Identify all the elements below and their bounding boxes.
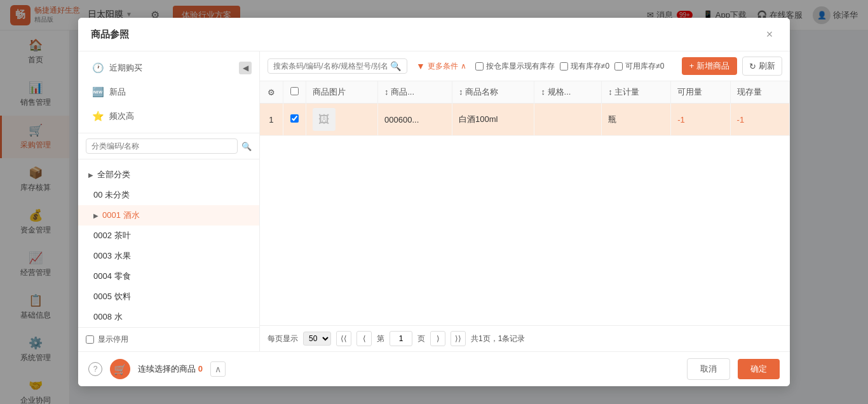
page-number-input[interactable]: [390, 331, 412, 346]
cat-tea[interactable]: 0002 茶叶: [78, 226, 259, 246]
cat-water[interactable]: 0008 水: [78, 307, 259, 327]
col-image: 商品图片: [306, 81, 378, 104]
category-search-icon[interactable]: 🔍: [241, 142, 252, 151]
col-stock: 现存量: [730, 81, 789, 104]
table-body: 1 🖼 000600... 白酒100ml: [260, 104, 790, 136]
footer-collapse-btn[interactable]: ∧: [210, 361, 226, 377]
cancel-btn[interactable]: 取消: [687, 358, 730, 380]
modal-header: 商品参照 ×: [78, 18, 790, 51]
sort-icon-name: ↕: [459, 87, 463, 97]
per-page-select[interactable]: 50: [303, 332, 331, 346]
col-available: 可用量: [671, 81, 730, 104]
quick-filters: 🕐 近期购买 ◀ 🆕 新品 ⭐ 频次高: [78, 51, 259, 133]
category-search-bar: 🔍: [78, 133, 259, 159]
col-code[interactable]: ↕ 商品...: [378, 81, 452, 104]
add-product-btn[interactable]: + 新增商品: [682, 57, 737, 75]
warehouse-stock-checkbox[interactable]: [475, 62, 484, 71]
row-stock: -1: [730, 104, 789, 136]
show-disabled-area: 显示停用: [78, 327, 259, 351]
row-unit: 瓶: [602, 104, 671, 136]
recent-icon: 🕐: [92, 62, 104, 74]
help-icon-btn[interactable]: ?: [88, 362, 102, 376]
arrow-icon: ▶: [88, 172, 93, 178]
cart-icon-btn[interactable]: 🛒: [110, 359, 130, 379]
col-name[interactable]: ↕ 商品名称: [452, 81, 534, 104]
row-name: 白酒100ml: [452, 104, 534, 136]
col-spec[interactable]: ↕ 规格...: [534, 81, 602, 104]
sort-icon: ↕: [384, 87, 389, 97]
collapse-panel-btn[interactable]: ◀: [239, 62, 252, 74]
cat-fruit[interactable]: 0003 水果: [78, 246, 259, 266]
cat-drinks[interactable]: 0005 饮料: [78, 286, 259, 307]
table-row[interactable]: 1 🖼 000600... 白酒100ml: [260, 104, 790, 136]
filter-collapse-icon: ∧: [461, 62, 466, 71]
show-disabled-label: 显示停用: [98, 334, 128, 345]
cat-uncategorized[interactable]: 00 未分类: [78, 185, 259, 205]
prev-page-btn[interactable]: ⟨: [356, 331, 372, 346]
row-select-checkbox[interactable]: [290, 114, 299, 123]
col-settings[interactable]: ⚙: [260, 81, 283, 104]
filter-icon: ▼: [416, 61, 425, 71]
modal-footer: ? 🛒 连续选择的商品 0 ∧ 取消 确定: [78, 351, 790, 386]
quick-filter-recent[interactable]: 🕐 近期购买: [86, 58, 149, 78]
sort-icon-unit: ↕: [608, 87, 613, 97]
cat-snacks[interactable]: 0004 零食: [78, 266, 259, 286]
first-page-btn[interactable]: ⟨⟨: [336, 331, 351, 346]
row-seq: 1: [260, 104, 283, 136]
warehouse-stock-filter[interactable]: 按仓库显示现有库存: [475, 61, 555, 72]
cat-all[interactable]: ▶ 全部分类: [78, 165, 259, 185]
cat-wine[interactable]: ▶ 0001 酒水: [78, 205, 259, 226]
pagination-bar: 每页显示 50 ⟨⟨ ⟨ 第 页 ⟩ ⟩⟩ 共1页，1条记录: [260, 325, 790, 351]
right-toolbar: 🔍 ▼ 更多条件 ∧ 按仓库显示现有库存 现有库存≠0: [260, 51, 790, 81]
current-stock-checkbox[interactable]: [560, 62, 568, 71]
left-panel: 🕐 近期购买 ◀ 🆕 新品 ⭐ 频次高: [78, 51, 260, 351]
product-thumbnail: 🖼: [313, 108, 336, 131]
right-panel: 🔍 ▼ 更多条件 ∧ 按仓库显示现有库存 现有库存≠0: [260, 51, 790, 351]
product-search-box: 🔍: [268, 58, 407, 74]
col-unit[interactable]: ↕ 主计量: [602, 81, 671, 104]
product-reference-modal: 商品参照 × 🕐 近期购买 ◀ 🆕 新品: [78, 18, 790, 386]
product-table: ⚙ 商品图片 ↕ 商品... ↕: [260, 81, 790, 136]
row-spec: [534, 104, 602, 136]
total-info: 共1页，1条记录: [471, 333, 525, 344]
more-conditions-btn[interactable]: ▼ 更多条件 ∧: [412, 59, 470, 74]
quick-filter-frequent[interactable]: ⭐ 频次高: [86, 106, 252, 126]
selected-count-label: 连续选择的商品 0: [138, 363, 203, 375]
modal-title: 商品参照: [91, 29, 762, 41]
sort-icon-spec: ↕: [541, 87, 545, 97]
modal-overlay: 商品参照 × 🕐 近期购买 ◀ 🆕 新品: [0, 0, 868, 404]
selected-count-number: 0: [198, 364, 203, 374]
modal-body: 🕐 近期购买 ◀ 🆕 新品 ⭐ 频次高: [78, 51, 790, 351]
row-image: 🖼: [306, 104, 378, 136]
row-available: -1: [671, 104, 730, 136]
refresh-icon: ↻: [749, 62, 756, 71]
last-page-btn[interactable]: ⟩⟩: [451, 331, 466, 346]
current-stock-filter[interactable]: 现有库存≠0: [560, 61, 609, 72]
next-page-btn[interactable]: ⟩: [430, 331, 445, 346]
product-search-input[interactable]: [273, 62, 388, 71]
show-disabled-checkbox[interactable]: [86, 335, 94, 344]
product-table-area: ⚙ 商品图片 ↕ 商品... ↕: [260, 81, 790, 325]
new-icon: 🆕: [92, 86, 104, 98]
select-all-checkbox[interactable]: [290, 87, 299, 95]
product-search-icon[interactable]: 🔍: [390, 61, 401, 71]
arrow-icon-active: ▶: [93, 212, 98, 219]
category-tree: ▶ 全部分类 00 未分类 ▶ 0001 酒水 0002 茶叶 0003 水果: [78, 159, 259, 327]
row-code: 000600...: [378, 104, 452, 136]
col-checkbox[interactable]: [283, 81, 306, 104]
refresh-btn[interactable]: ↻ 刷新: [742, 57, 782, 76]
confirm-btn[interactable]: 确定: [738, 359, 780, 379]
row-checkbox[interactable]: [283, 104, 306, 136]
table-header: ⚙ 商品图片 ↕ 商品... ↕: [260, 81, 790, 104]
available-stock-filter[interactable]: 可用库存≠0: [614, 61, 664, 72]
modal-close-button[interactable]: ×: [762, 27, 777, 42]
available-stock-checkbox[interactable]: [614, 62, 623, 71]
frequent-icon: ⭐: [92, 111, 104, 122]
quick-filter-new[interactable]: 🆕 新品: [86, 82, 252, 102]
category-search-input[interactable]: [86, 138, 238, 154]
